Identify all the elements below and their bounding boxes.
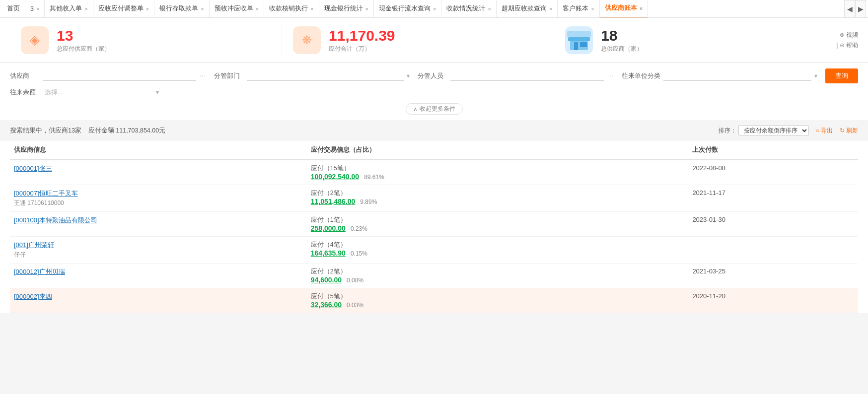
refresh-icon: ↻ [840,127,845,134]
filter-person: 分管人员 ··· [418,71,614,81]
col-tx-info: 应付交易信息（占比） [307,140,689,160]
person-dots[interactable]: ··· [607,71,613,80]
supplier-cell-0: [000001]张三 [10,160,307,185]
sort-dropdown[interactable]: 按应付余额倒序排序 [738,125,809,136]
tx-amount-1[interactable]: 11,051,486.00 [311,197,356,205]
table-row: [001]广州荣轩仔仔应付（4笔）164,635.900.15% [10,237,858,263]
tx-cell-2: 应付（1笔）258,000.000.23% [307,212,689,237]
close-tab-receipt-stat[interactable]: × [488,6,491,12]
category-input[interactable] [663,71,812,81]
tx-amount-3[interactable]: 164,635.90 [311,249,346,257]
nav-tab-customer-acct[interactable]: 客户账本× [558,0,599,18]
help-link[interactable]: | ⊙ 帮助 [836,41,858,50]
dept-chevron[interactable]: ▾ [407,72,410,79]
payable-suppliers-num: 13 [57,27,110,44]
close-tab-overdue-query[interactable]: × [549,6,552,12]
payable-suppliers-label: 总应付供应商（家） [57,45,110,53]
table-row: [000002]李四应付（5笔）32,366.000.03%2020-11-20 [10,288,858,313]
col-supplier-info: 供应商信息 [10,140,307,160]
supplier-sub-1: 王通 17106110000 [14,199,303,207]
search-info: 搜索结果中，供应商13家 [10,127,81,134]
nav-tab-prepay-collection[interactable]: 预收冲应收单× [210,0,264,18]
person-input[interactable] [450,71,604,81]
tx-label-5: 应付（5笔） [311,292,685,301]
supplier-link-5[interactable]: [000002]李四 [14,293,52,300]
close-tab-receipt-exec[interactable]: × [310,6,313,12]
supplier-cell-1: [000007]恒旺二手叉车王通 17106110000 [10,185,307,212]
tx-amount-0[interactable]: 100,092,540.00 [311,173,359,181]
supplier-input[interactable] [43,71,196,81]
supplier-cell-2: [000100]本特勤油品有限公司 [10,212,307,237]
tx-label-0: 应付（15笔） [311,164,685,173]
nav-tab-payable-adj[interactable]: 应收应付调整单× [93,0,154,18]
supplier-link-1[interactable]: [000007]恒旺二手叉车 [14,190,78,197]
nav-tab-bank-deposit[interactable]: 银行存取款单× [154,0,209,18]
collapse-up-icon: ∧ [413,106,418,113]
close-tab-supplier-acct[interactable]: × [640,5,643,11]
tx-pct-2: 0.23% [351,225,367,232]
tx-label-1: 应付（2笔） [311,189,685,197]
nav-arrow-right[interactable]: ▶ [855,0,866,18]
tx-label-4: 应付（2笔） [311,267,685,276]
svg-rect-8 [580,42,587,47]
svg-rect-6 [568,37,590,41]
supplier-cell-4: [000012]广州贝瑞 [10,263,307,288]
supplier-link-3[interactable]: [001]广州荣轩 [14,241,54,249]
dept-input[interactable] [247,71,404,81]
nav-arrow-left[interactable]: ◀ [844,0,855,18]
supplier-dots[interactable]: ··· [199,71,206,80]
video-link[interactable]: ⊙ 视频 [840,31,858,39]
tx-cell-3: 应付（4笔）164,635.900.15% [307,237,689,263]
collapse-button[interactable]: ∧ 收起更多条件 [10,101,858,117]
total-suppliers-label: 总供应商（家） [601,45,643,53]
tx-label-3: 应付（4笔） [311,241,685,249]
table-row: [000100]本特勤油品有限公司应付（1笔）258,000.000.23%20… [10,212,858,237]
payable-total-num: 11,170.39 [329,27,395,44]
nav-tab-supplier-acct[interactable]: 供应商账本× [600,0,648,18]
nav-tab-overdue-query[interactable]: 超期应收款查询× [497,0,558,18]
filter-supplier: 供应商 ··· [10,71,206,81]
close-tab-cash-bank-stat[interactable]: × [365,6,368,12]
svg-text:❋: ❋ [302,33,312,47]
table-body: [000001]张三应付（15笔）100,092,540.0089.61%202… [10,160,858,313]
tx-amount-2[interactable]: 258,000.00 [311,224,346,232]
summary-payable-suppliers-text: 13 总应付供应商（家） [57,27,110,53]
summary-actions: ⊙ 视频 | ⊙ 帮助 [826,30,858,51]
nav-tab-receipt-stat[interactable]: 收款情况统计× [441,0,496,18]
tx-pct-3: 0.15% [351,250,367,257]
supplier-cell-3: [001]广州荣轩仔仔 [10,237,307,263]
table-row: [000012]广州贝瑞应付（2笔）94,600.000.08%2021-03-… [10,263,858,288]
nav-tab-home[interactable]: 首页 [2,0,25,18]
refresh-button[interactable]: ↻ 刷新 [840,127,858,135]
nav-tab-cash-bank-stat[interactable]: 现金银行统计× [319,0,374,18]
nav-tab-receipt-exec[interactable]: 收款核销执行× [264,0,319,18]
balance-input[interactable] [43,87,153,97]
nav-arrows: ◀ ▶ [844,0,866,18]
nav-tab-tab3[interactable]: 3× [25,0,45,18]
nav-tab-cash-bank-flow[interactable]: 现金银行流水查询× [374,0,441,18]
close-tab-tab3[interactable]: × [36,6,39,12]
supplier-link-2[interactable]: [000100]本特勤油品有限公司 [14,216,97,224]
close-tab-prepay-collection[interactable]: × [256,6,259,12]
filter-category: 往来单位分类 ▾ [622,71,818,81]
supplier-link-4[interactable]: [000012]广州贝瑞 [14,268,65,275]
tx-pct-4: 0.08% [347,277,363,284]
refresh-label: 刷新 [846,127,858,135]
supplier-link-0[interactable]: [000001]张三 [14,165,52,172]
export-button[interactable]: ○ 导出 [816,127,833,135]
close-tab-payable-adj[interactable]: × [146,6,149,12]
tx-cell-5: 应付（5笔）32,366.000.03% [307,288,689,313]
filter-area: 供应商 ··· 分管部门 ▾ 分管人员 ··· 往来单位分类 ▾ 查询 往来余额… [0,63,868,121]
close-tab-bank-deposit[interactable]: × [201,6,204,12]
close-tab-cash-bank-flow[interactable]: × [433,6,436,12]
svg-rect-9 [567,31,591,37]
nav-tab-other-income[interactable]: 其他收入单× [45,0,93,18]
close-tab-customer-acct[interactable]: × [591,6,594,12]
tx-amount-5[interactable]: 32,366.00 [311,301,342,309]
summary-bar: ◈ 13 总应付供应商（家） ❋ 11,170.39 应付合计（万） [0,18,868,63]
close-tab-other-income[interactable]: × [84,6,87,12]
tx-amount-4[interactable]: 94,600.00 [311,276,342,284]
query-button[interactable]: 查询 [825,68,858,83]
category-chevron[interactable]: ▾ [814,72,817,79]
balance-chevron[interactable]: ▾ [156,89,159,96]
